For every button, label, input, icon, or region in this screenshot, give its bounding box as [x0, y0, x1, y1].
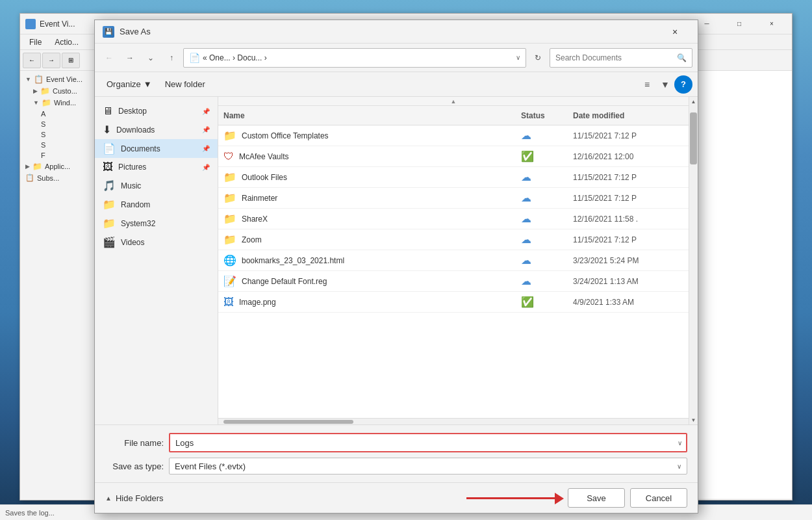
file-date-sharex: 12/16/2021 11:58 .	[573, 214, 683, 224]
menu-file[interactable]: File	[23, 36, 48, 48]
qa-videos-label: Videos	[121, 238, 210, 247]
file-row-mcafee[interactable]: 🛡 McAfee Vaults ✅ 12/16/2021 12:00	[218, 146, 689, 167]
horizontal-scrollbar[interactable]	[218, 418, 689, 424]
file-status-rainmeter: ☁	[521, 192, 573, 204]
vertical-scrollbar[interactable]: ▲ ▼	[689, 97, 698, 424]
savetype-select[interactable]: Event Files (*.evtx) ∨	[169, 458, 687, 474]
qa-item-downloads[interactable]: ⬇ Downloads 📌	[95, 120, 218, 139]
file-date-outlook: 11/15/2021 7:12 P	[573, 173, 683, 182]
reg-file-icon-font: 📝	[223, 275, 236, 287]
nav-up-button[interactable]: ↑	[162, 49, 181, 67]
filename-dropdown-arrow[interactable]: ∨	[674, 439, 686, 447]
toolbar-back[interactable]: ←	[23, 53, 41, 68]
new-folder-label: New folder	[165, 79, 205, 89]
menu-action[interactable]: Actio...	[48, 36, 85, 48]
refresh-button[interactable]: ↻	[529, 49, 547, 67]
nav-forward-button[interactable]: →	[121, 49, 139, 67]
file-name-image: 🖼 Image.png	[223, 296, 521, 308]
file-row-bookmarks[interactable]: 🌐 bookmarks_23_03_2021.html ☁ 3/23/2021 …	[218, 250, 689, 271]
filename-input[interactable]	[170, 434, 674, 451]
scroll-track	[689, 106, 698, 415]
scroll-down-arrow[interactable]: ▼	[689, 415, 698, 424]
col-header-name[interactable]: Name	[223, 111, 521, 120]
red-arrow-annotation	[466, 497, 557, 499]
file-list-panel: ▲ Name Status Date modified 📁	[218, 97, 689, 424]
qa-item-random[interactable]: 📁 Random	[95, 195, 218, 214]
file-row-outlook[interactable]: 📁 Outlook Files ☁ 11/15/2021 7:12 P	[218, 167, 689, 188]
save-button[interactable]: Save	[568, 488, 625, 508]
filename-label: File name:	[105, 438, 164, 448]
event-viewer-icon	[25, 19, 36, 29]
file-list-body: 📁 Custom Office Templates ☁ 11/15/2021 7…	[218, 125, 689, 418]
search-input[interactable]	[555, 53, 674, 62]
qa-item-documents[interactable]: 📄 Documents 📌	[95, 139, 218, 158]
hide-folders-button[interactable]: ▲ Hide Folders	[105, 493, 164, 503]
event-viewer-maximize-button[interactable]: □	[724, 14, 754, 34]
folder-icon-outlook: 📁	[223, 171, 236, 183]
file-row-rainmeter[interactable]: 📁 Rainmeter ☁ 11/15/2021 7:12 P	[218, 188, 689, 209]
file-row-font[interactable]: 📝 Change Default Font.reg ☁ 3/24/2021 1:…	[218, 271, 689, 292]
dialog-title: Save As	[120, 27, 660, 36]
file-list-header: Name Status Date modified	[218, 106, 689, 125]
organize-label: Organize	[107, 79, 141, 89]
cancel-button[interactable]: Cancel	[630, 488, 687, 508]
file-row-sharex[interactable]: 📁 ShareX ☁ 12/16/2021 11:58 .	[218, 209, 689, 229]
ok-icon-image: ✅	[521, 296, 534, 308]
event-viewer-close-button[interactable]: ×	[757, 14, 787, 34]
desktop-pin-icon: 📌	[202, 108, 210, 115]
cloud-icon-rainmeter: ☁	[521, 192, 531, 204]
downloads-pin-icon: 📌	[202, 126, 210, 133]
scroll-thumb[interactable]	[690, 112, 697, 164]
qa-item-music[interactable]: 🎵 Music	[95, 176, 218, 195]
cloud-icon-font: ☁	[521, 275, 531, 287]
toolbar-action[interactable]: ⊞	[62, 53, 80, 68]
nav-dropdown-button[interactable]: ⌄	[142, 49, 160, 67]
videos-icon: 🎬	[103, 236, 116, 248]
status-text: Saves the log...	[5, 509, 55, 517]
file-date-zoom: 11/15/2021 7:12 P	[573, 235, 683, 244]
toolbar-forward[interactable]: →	[42, 53, 60, 68]
view-dropdown-button[interactable]: ▼	[656, 75, 674, 94]
folder-icon-sharex: 📁	[223, 213, 236, 225]
cloud-icon-zoom: ☁	[521, 233, 531, 246]
nav-back-button[interactable]: ←	[100, 49, 118, 67]
qa-item-videos[interactable]: 🎬 Videos	[95, 233, 218, 252]
ok-icon-mcafee: ✅	[521, 150, 534, 162]
pictures-icon: 🖼	[103, 161, 113, 173]
cloud-icon-outlook: ☁	[521, 171, 531, 183]
file-date-rainmeter: 11/15/2021 7:12 P	[573, 194, 683, 203]
scroll-up-arrow[interactable]: ▲	[689, 97, 698, 106]
documents-pin-icon: 📌	[202, 145, 210, 152]
address-dropdown-arrow[interactable]: ∨	[516, 54, 520, 61]
file-row-image[interactable]: 🖼 Image.png ✅ 4/9/2021 1:33 AM	[218, 292, 689, 313]
action-buttons: Save Cancel	[568, 488, 687, 508]
col-header-status[interactable]: Status	[521, 111, 573, 120]
dialog-close-button[interactable]: ×	[660, 20, 690, 44]
dialog-address-bar: ← → ⌄ ↑ 📄 « One... › Docu... › ∨ ↻ 🔍	[95, 44, 698, 72]
qa-desktop-label: Desktop	[118, 107, 197, 116]
new-folder-button[interactable]: New folder	[159, 77, 212, 92]
music-icon: 🎵	[103, 179, 116, 192]
qa-item-system32[interactable]: 📁 System32	[95, 214, 218, 233]
qa-item-desktop[interactable]: 🖥 Desktop 📌	[95, 102, 218, 120]
organize-button[interactable]: Organize ▼	[100, 77, 159, 92]
col-header-date[interactable]: Date modified	[573, 111, 683, 120]
search-icon: 🔍	[677, 53, 687, 62]
file-status-custom-office: ☁	[521, 129, 573, 142]
qa-documents-label: Documents	[121, 144, 197, 153]
filename-input-wrapper: ∨	[169, 433, 687, 452]
file-name-custom-office: 📁 Custom Office Templates	[223, 129, 521, 142]
savetype-row: Save as type: Event Files (*.evtx) ∨	[105, 458, 687, 474]
qa-item-pictures[interactable]: 🖼 Pictures 📌	[95, 158, 218, 176]
file-date-bookmarks: 3/23/2021 5:24 PM	[573, 256, 683, 265]
view-mode-button[interactable]: ≡	[638, 75, 656, 94]
file-row-custom-office[interactable]: 📁 Custom Office Templates ☁ 11/15/2021 7…	[218, 125, 689, 146]
savetype-value: Event Files (*.evtx)	[175, 462, 246, 471]
search-box[interactable]: 🔍	[550, 48, 692, 68]
horizontal-scrollbar-thumb[interactable]	[223, 420, 353, 424]
file-row-zoom[interactable]: 📁 Zoom ☁ 11/15/2021 7:12 P	[218, 229, 689, 250]
cloud-icon-sharex: ☁	[521, 213, 531, 225]
help-button[interactable]: ?	[674, 75, 692, 94]
file-status-bookmarks: ☁	[521, 254, 573, 266]
address-box[interactable]: 📄 « One... › Docu... › ∨	[183, 48, 526, 68]
